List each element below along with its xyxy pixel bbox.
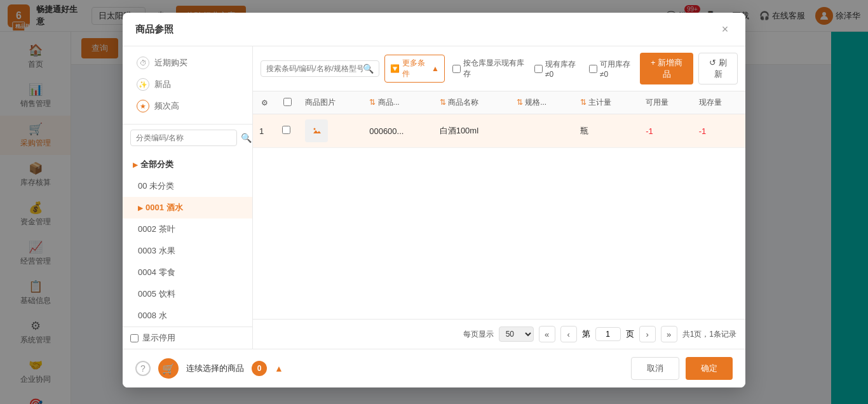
cat-drinks[interactable]: 0005 饮料 [123,283,252,305]
cart-count: 0 [252,361,267,376]
cat-tea[interactable]: 0002 茶叶 [123,219,252,240]
right-panel: 🔍 🔽 更多条件 ▲ 按仓库显示现有库存 现有库存≠0 [253,46,745,349]
row-stock: -1 [693,114,745,148]
refresh-button[interactable]: ↺ 刷新 [698,53,738,84]
product-reference-modal: 商品参照 × ⏱ 近期购买 ✨ 新品 ★ 频次高 [123,13,745,387]
sort-icon: ⇅ [369,98,376,107]
sort-icon: ⇅ [580,98,587,107]
filter-button[interactable]: 🔽 更多条件 ▲ [384,55,445,83]
category-list: ▶ 全部分类 00 未分类 ▶ 0001 酒水 0002 茶叶 0003 水果 [123,151,252,327]
select-all-checkbox[interactable] [283,98,292,106]
expand-icon: ▶ [133,161,138,168]
tab-new[interactable]: ✨ 新品 [130,74,245,95]
table-header-row: ⚙ 商品图片 ⇅ 商品... [253,91,745,114]
product-search-box: 🔍 [261,60,379,77]
page-size-label: 每页显示 [463,329,494,340]
filter-icon: 🔽 [390,64,400,73]
svg-point-2 [314,128,316,130]
stock-ne0-checkbox[interactable] [534,65,543,73]
avail-ne0-checkbox-label[interactable]: 可用库存≠0 [589,59,635,79]
row-image-cell [299,114,363,148]
page-prev-button[interactable]: ‹ [560,326,577,342]
row-checkbox[interactable] [282,126,290,134]
toolbar-actions: + 新增商品 ↺ 刷新 [640,53,738,84]
table-row[interactable]: 1 000600... 白酒100ml [253,114,745,148]
page-last-button[interactable]: » [661,326,677,342]
cat-snacks[interactable]: 0004 零食 [123,262,252,283]
col-stock: 现存量 [693,91,745,114]
sort-icon: ⇅ [517,98,523,107]
page-number-input[interactable] [595,327,621,341]
quick-tabs: ⏱ 近期购买 ✨ 新品 ★ 频次高 [123,46,252,125]
cat-uncategorized[interactable]: 00 未分类 [123,175,252,197]
help-icon[interactable]: ? [135,361,151,376]
page-total-info: 共1页，1条记录 [682,329,736,340]
row-spec [510,114,574,148]
sort-icon: ⇅ [440,98,446,107]
tab-frequent[interactable]: ★ 频次高 [130,96,245,116]
cancel-button[interactable]: 取消 [631,357,679,380]
row-checkbox-cell[interactable] [276,114,299,148]
chevron-up-icon[interactable]: ▲ [275,363,283,374]
table-settings-icon: ⚙ [261,98,268,107]
cart-label: 连续选择的商品 [186,363,244,374]
warehouse-stock-checkbox-label[interactable]: 按仓库显示现有库存 [452,58,526,79]
add-product-button[interactable]: + 新增商品 [640,53,693,84]
col-image: 商品图片 [299,91,363,114]
col-spec[interactable]: ⇅ 规格... [510,91,574,114]
col-code[interactable]: ⇅ 商品... [363,91,433,114]
category-search-area: 🔍 [123,125,252,151]
new-icon: ✨ [137,78,149,91]
avail-ne0-checkbox[interactable] [589,65,597,73]
product-search-icon[interactable]: 🔍 [363,64,374,74]
cat-liquor[interactable]: ▶ 0001 酒水 [123,197,252,219]
product-table: ⚙ 商品图片 ⇅ 商品... [253,91,745,148]
modal-close-button[interactable]: × [717,22,733,37]
tab-recent[interactable]: ⏱ 近期购买 [130,53,245,73]
col-available: 可用量 [639,91,692,114]
page-first-button[interactable]: « [539,326,555,342]
col-select-all[interactable] [276,91,299,114]
modal-footer: ? 🛒 连续选择的商品 0 ▲ 取消 确定 [123,349,745,387]
row-unit: 瓶 [574,114,639,148]
left-panel: ⏱ 近期购买 ✨ 新品 ★ 频次高 🔍 ▶ [123,46,253,349]
col-settings[interactable]: ⚙ [253,91,276,114]
confirm-button[interactable]: 确定 [686,357,733,380]
cat-water[interactable]: 0008 水 [123,305,252,327]
pagination-area: 每页显示 50 10 20 100 « ‹ 第 页 › » 共1页，1条记录 [253,319,745,349]
cart-icon[interactable]: 🛒 [158,358,179,379]
page-suffix: 页 [626,328,634,340]
row-name: 白酒100ml [433,114,510,148]
warehouse-stock-checkbox[interactable] [452,65,461,73]
star-icon: ★ [137,100,149,112]
chevron-up-icon: ▲ [431,64,439,73]
display-disabled-area: 显示停用 [123,327,252,349]
modal-body: ⏱ 近期购买 ✨ 新品 ★ 频次高 🔍 ▶ [123,46,745,349]
col-unit[interactable]: ⇅ 主计量 [574,91,639,114]
right-toolbar: 🔍 🔽 更多条件 ▲ 按仓库显示现有库存 现有库存≠0 [253,46,745,91]
footer-right: 取消 确定 [631,357,733,380]
cat-all[interactable]: ▶ 全部分类 [123,154,252,175]
page-size-select[interactable]: 50 10 20 100 [499,327,534,342]
display-disabled-label[interactable]: 显示停用 [142,332,175,344]
product-table-area: ⚙ 商品图片 ⇅ 商品... [253,91,745,319]
modal-header: 商品参照 × [123,13,745,46]
cat-fruit[interactable]: 0003 水果 [123,240,252,262]
modal-title: 商品参照 [135,24,173,36]
display-disabled-checkbox[interactable] [130,334,139,342]
category-search-icon[interactable]: 🔍 [241,133,252,143]
stock-ne0-checkbox-label[interactable]: 现有库存≠0 [534,59,580,79]
col-name[interactable]: ⇅ 商品名称 [433,91,510,114]
svg-rect-1 [311,126,322,136]
footer-left: ? 🛒 连续选择的商品 0 ▲ [135,358,283,379]
row-index: 1 [253,114,276,148]
recent-icon: ⏱ [137,57,149,69]
page-next-button[interactable]: › [639,326,656,342]
page-label: 第 [582,328,590,340]
product-image-placeholder [305,119,328,142]
filter-checkboxes: 按仓库显示现有库存 现有库存≠0 可用库存≠0 [452,58,635,79]
product-search-input[interactable] [266,64,363,73]
row-available: -1 [639,114,692,148]
category-search-input[interactable] [130,130,237,146]
row-code: 000600... [363,114,433,148]
